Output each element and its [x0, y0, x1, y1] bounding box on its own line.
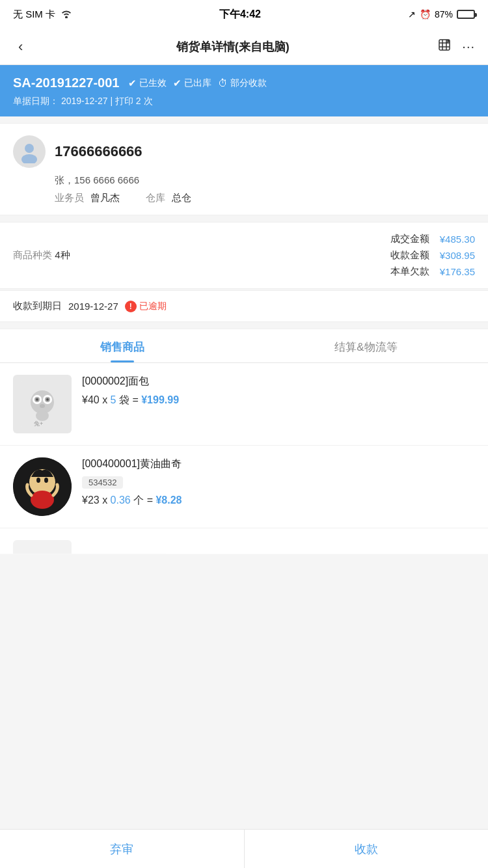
trade-amount-value: ¥485.30 [440, 234, 475, 245]
product-total-1: ¥199.99 [141, 394, 179, 405]
stats-left: 商品种类 4种 [13, 249, 70, 262]
page-title: 销货单详情(来自电脑) [176, 39, 290, 55]
check-icon-2: ✔ [173, 77, 182, 89]
product-item: 兔+ [0000002]面包 ¥40 x 5 袋 = ¥199.99 [0, 363, 488, 446]
trade-amount-row: 成交金额 ¥485.30 [390, 233, 475, 245]
customer-meta: 业务员 曾凡杰 仓库 总仓 [55, 192, 475, 204]
product-thumbnail-2 [13, 457, 72, 516]
sales-label: 业务员 [55, 192, 84, 203]
product-qty-2: 0.36 [111, 495, 131, 506]
customer-row: 17666666666 [13, 135, 475, 168]
print-count: 2 [136, 96, 141, 106]
product-name-2: [000400001]黄油曲奇 [82, 457, 475, 471]
debt-value: ¥176.35 [440, 266, 475, 277]
stats-right: 成交金额 ¥485.30 收款金额 ¥308.95 本单欠款 ¥176.35 [390, 233, 475, 278]
products-list: 兔+ [0000002]面包 ¥40 x 5 袋 = ¥199.99 [0, 363, 488, 554]
product-total-2: ¥8.28 [156, 495, 182, 506]
trade-amount-label: 成交金额 [390, 233, 429, 245]
cancel-button[interactable]: 弃审 [0, 830, 244, 868]
overdue-text: 已逾期 [139, 301, 167, 312]
header-banner: SA-20191227-001 ✔ 已生效 ✔ 已出库 ⏱ 部分收款 单据日期：… [0, 65, 488, 116]
badge-partial: ⏱ 部分收款 [218, 77, 267, 89]
svg-point-16 [36, 478, 40, 483]
location-icon: ↗ [408, 9, 416, 20]
product-info-1: [0000002]面包 ¥40 x 5 袋 = ¥199.99 [82, 375, 475, 407]
status-time: 下午4:42 [219, 8, 261, 21]
check-icon-1: ✔ [128, 77, 137, 89]
bottom-bar: 弃审 收款 [0, 829, 488, 868]
nav-bar: ‹ 销货单详情(来自电脑) ··· [0, 29, 488, 65]
customer-phone: 17666666666 [55, 143, 142, 160]
debt-label: 本单欠款 [390, 265, 429, 278]
sales-name: 曾凡杰 [90, 192, 120, 203]
nav-actions: ··· [437, 38, 475, 55]
date-label: 单据日期： [13, 96, 59, 106]
svg-text:兔+: 兔+ [34, 420, 43, 427]
product-thumbnail-partial [13, 540, 72, 554]
customer-name-phone: 张，156 6666 6666 [55, 174, 475, 187]
status-bar: 无 SIM 卡 下午4:42 ↗ ⏰ 87% [0, 0, 488, 29]
stats-section: 商品种类 4种 成交金额 ¥485.30 收款金额 ¥308.95 本单欠款 ¥… [0, 222, 488, 289]
product-info-2: [000400001]黄油曲奇 534532 ¥23 x 0.36 个 = ¥8… [82, 457, 475, 508]
banner-badges: ✔ 已生效 ✔ 已出库 ⏱ 部分收款 [128, 77, 267, 89]
product-name-1: [0000002]面包 [82, 375, 475, 388]
debt-row: 本单欠款 ¥176.35 [390, 265, 475, 278]
product-thumbnail-1: 兔+ [13, 375, 72, 433]
battery-percent: 87% [435, 9, 453, 20]
overdue-badge: ! 已逾期 [125, 301, 167, 312]
status-right: ↗ ⏰ 87% [408, 9, 475, 20]
print-suffix: 次 [144, 96, 153, 106]
svg-point-2 [21, 154, 37, 163]
received-label: 收款金额 [390, 249, 429, 262]
back-button[interactable]: ‹ [13, 33, 28, 61]
tabs-section: 销售商品 结算&物流等 [0, 329, 488, 363]
product-item-partial [0, 528, 488, 554]
warehouse: 仓库 总仓 [146, 192, 191, 204]
svg-point-9 [36, 398, 38, 401]
product-batch-2: 534532 [82, 476, 123, 489]
sales-person: 业务员 曾凡杰 [55, 192, 120, 204]
svg-point-17 [44, 478, 48, 483]
svg-point-11 [40, 404, 45, 408]
svg-point-12 [36, 411, 49, 421]
category-label: 商品种类 [13, 249, 52, 260]
warehouse-label: 仓库 [146, 192, 165, 203]
confirm-button[interactable]: 收款 [245, 830, 489, 868]
product-qty-1: 5 [111, 394, 116, 405]
carrier-label: 无 SIM 卡 [13, 8, 55, 21]
received-row: 收款金额 ¥308.95 [390, 249, 475, 262]
tab-products[interactable]: 销售商品 [0, 329, 244, 362]
alarm-icon: ⏰ [420, 9, 431, 20]
svg-point-1 [25, 144, 34, 153]
print-separator: | 打印 [110, 96, 135, 106]
overdue-dot-icon: ! [125, 301, 137, 312]
due-section: 收款到期日 2019-12-27 ! 已逾期 [0, 290, 488, 322]
order-id: SA-20191227-001 [13, 75, 119, 90]
wifi-icon [61, 9, 72, 20]
svg-point-18 [31, 491, 54, 509]
product-item: [000400001]黄油曲奇 534532 ¥23 x 0.36 个 = ¥8… [0, 446, 488, 528]
svg-point-10 [46, 398, 49, 401]
more-icon[interactable]: ··· [462, 39, 475, 54]
product-price-1: ¥40 x 5 袋 = ¥199.99 [82, 394, 475, 407]
clock-icon: ⏱ [218, 77, 228, 88]
category-count: 4种 [55, 249, 70, 260]
avatar [13, 135, 46, 168]
customer-section: 17666666666 张，156 6666 6666 业务员 曾凡杰 仓库 总… [0, 123, 488, 215]
battery-bar [457, 10, 475, 19]
received-value: ¥308.95 [440, 250, 475, 261]
due-label: 收款到期日 [13, 300, 62, 312]
warehouse-name: 总仓 [172, 192, 191, 203]
banner-date-row: 单据日期： 2019-12-27 | 打印 2 次 [13, 96, 475, 107]
badge-shipped: ✔ 已出库 [173, 77, 211, 89]
order-date: 2019-12-27 [61, 96, 108, 106]
product-price-2: ¥23 x 0.36 个 = ¥8.28 [82, 494, 475, 508]
share-icon[interactable] [437, 38, 452, 55]
badge-effective: ✔ 已生效 [128, 77, 167, 89]
tab-settlement[interactable]: 结算&物流等 [244, 329, 488, 362]
due-date: 2019-12-27 [68, 301, 118, 312]
tabs-row: 销售商品 结算&物流等 [0, 329, 488, 363]
status-left: 无 SIM 卡 [13, 8, 72, 21]
